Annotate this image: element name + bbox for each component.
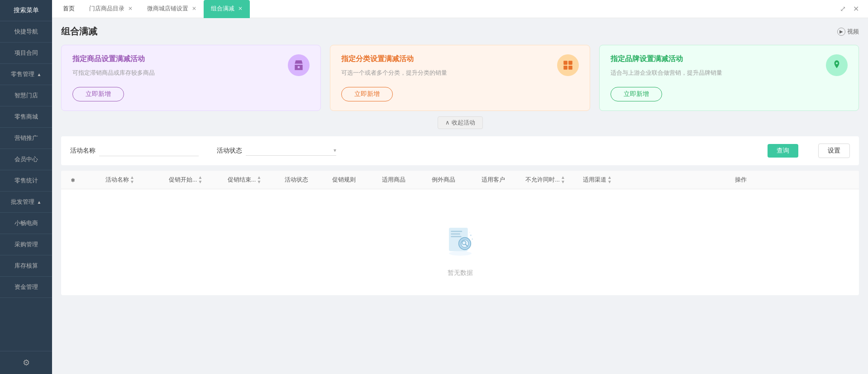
cards-section: 指定商品设置满减活动 可指定滞销商品或库存较多商品 立即新增 指定分类设置满减活… bbox=[61, 45, 859, 111]
th-except-goods: 例外商品 bbox=[419, 176, 468, 184]
card-goods-title: 指定商品设置满减活动 bbox=[72, 54, 310, 64]
filter-status-select[interactable]: ▾ bbox=[246, 145, 336, 156]
card-goods-add-button[interactable]: 立即新增 bbox=[72, 87, 124, 101]
th-activity-status: 活动状态 bbox=[274, 176, 319, 184]
tab-store-catalog[interactable]: 门店商品目录 ✕ bbox=[82, 0, 140, 18]
svg-rect-2 bbox=[563, 66, 568, 70]
query-button[interactable]: 查询 bbox=[768, 144, 798, 158]
setting-button[interactable]: 设置 bbox=[818, 144, 850, 158]
sort-start-icon: ▲▼ bbox=[198, 175, 202, 184]
card-specify-goods: 指定商品设置满减活动 可指定滞销商品或库存较多商品 立即新增 bbox=[61, 45, 321, 111]
th-action: 操作 bbox=[622, 176, 859, 184]
sidebar-item-quick-nav[interactable]: 快捷导航 bbox=[0, 21, 52, 43]
table-section: 活动名称 ▲▼ 促销开始... ▲▼ 促销结束... ▲▼ 活动状态 促销规则 bbox=[61, 171, 859, 295]
svg-point-14 bbox=[472, 239, 473, 240]
sidebar-settings[interactable]: ⚙ bbox=[0, 351, 52, 374]
th-promo-rule: 促销规则 bbox=[319, 176, 369, 184]
th-channel[interactable]: 适用渠道 ▲▼ bbox=[572, 175, 622, 184]
filter-name-input[interactable] bbox=[99, 145, 199, 156]
maximize-button[interactable]: ⤢ bbox=[838, 4, 848, 14]
card-goods-desc: 可指定滞销商品或库存较多商品 bbox=[72, 68, 310, 78]
card-brand-title: 指定品牌设置满减活动 bbox=[610, 54, 848, 64]
card-specify-brand: 指定品牌设置满减活动 适合与上游企业联合做营销，提升品牌销量 立即新增 bbox=[599, 45, 859, 111]
wholesale-mgmt-arrow: ▲ bbox=[37, 200, 42, 205]
sidebar-item-finance-mgmt[interactable]: 资金管理 bbox=[0, 277, 52, 298]
play-icon: ▶ bbox=[837, 28, 845, 36]
th-activity-name[interactable]: 活动名称 ▲▼ bbox=[84, 175, 156, 184]
sidebar-item-wholesale-mgmt[interactable]: 批发管理 ▲ bbox=[0, 192, 52, 213]
empty-state: 暂无数据 bbox=[61, 189, 859, 295]
main-area: 首页 门店商品目录 ✕ 微商城店铺设置 ✕ 组合满减 ✕ ⤢ ✕ 组合满减 ▶ … bbox=[52, 0, 868, 374]
th-not-allow[interactable]: 不允许同时... ▲▼ bbox=[518, 175, 572, 184]
sidebar-item-retail-mgmt[interactable]: 零售管理 ▲ bbox=[0, 64, 52, 85]
svg-rect-7 bbox=[451, 233, 460, 235]
retail-mgmt-arrow: ▲ bbox=[37, 72, 42, 77]
sidebar-item-xiaochang-ecom[interactable]: 小畅电商 bbox=[0, 213, 52, 234]
sidebar: 搜索菜单 快捷导航 项目合同 零售管理 ▲ 智慧门店 零售商城 营销推广 会员中… bbox=[0, 0, 52, 374]
svg-point-4 bbox=[449, 251, 472, 255]
sidebar-item-retail-stats[interactable]: 零售统计 bbox=[0, 170, 52, 192]
card-category-icon bbox=[557, 54, 579, 76]
page-title: 组合满减 bbox=[61, 25, 97, 38]
empty-illustration bbox=[438, 216, 483, 262]
sidebar-item-inventory-calc[interactable]: 库存核算 bbox=[0, 255, 52, 277]
card-brand-desc: 适合与上游企业联合做营销，提升品牌销量 bbox=[610, 68, 848, 78]
filter-name-label: 活动名称 bbox=[70, 147, 95, 155]
sidebar-item-retail-mall[interactable]: 零售商城 bbox=[0, 106, 52, 128]
th-promo-start[interactable]: 促销开始... ▲▼ bbox=[156, 175, 215, 184]
card-category-add-button[interactable]: 立即新增 bbox=[341, 87, 393, 101]
sidebar-item-project-contract[interactable]: 项目合同 bbox=[0, 43, 52, 64]
table-header: 活动名称 ▲▼ 促销开始... ▲▼ 促销结束... ▲▼ 活动状态 促销规则 bbox=[61, 171, 859, 189]
svg-point-15 bbox=[469, 232, 470, 233]
sidebar-item-purchase-mgmt[interactable]: 采购管理 bbox=[0, 234, 52, 255]
svg-rect-8 bbox=[451, 236, 461, 237]
card-category-desc: 可选一个或者多个分类，提升分类的销量 bbox=[341, 68, 578, 78]
card-brand-add-button[interactable]: 立即新增 bbox=[610, 87, 662, 101]
svg-rect-3 bbox=[568, 66, 572, 70]
th-promo-end[interactable]: 促销结束... ▲▼ bbox=[215, 175, 274, 184]
sort-notallow-icon: ▲▼ bbox=[561, 175, 565, 184]
page-header: 组合满减 ▶ 视频 bbox=[61, 25, 859, 38]
window-controls: ⤢ ✕ bbox=[838, 4, 864, 14]
chevron-down-icon: ▾ bbox=[334, 147, 336, 153]
card-goods-icon bbox=[288, 54, 310, 76]
sort-name-icon: ▲▼ bbox=[130, 175, 134, 184]
collapse-button[interactable]: ∧ 收起活动 bbox=[438, 116, 483, 129]
close-button[interactable]: ✕ bbox=[851, 4, 861, 14]
content-area: 组合满减 ▶ 视频 指定商品设置满减活动 可指定滞销商品或库存较多商品 立即新增… bbox=[52, 18, 868, 374]
tab-bar: 首页 门店商品目录 ✕ 微商城店铺设置 ✕ 组合满减 ✕ ⤢ ✕ bbox=[52, 0, 868, 18]
gear-icon: ⚙ bbox=[23, 358, 30, 367]
card-category-title: 指定分类设置满减活动 bbox=[341, 54, 578, 64]
tab-combo-discount-close[interactable]: ✕ bbox=[238, 5, 243, 12]
svg-rect-0 bbox=[563, 61, 568, 65]
tab-combo-discount[interactable]: 组合满减 ✕ bbox=[204, 0, 250, 18]
collapse-icon: ∧ bbox=[445, 119, 450, 126]
collapse-bar: ∧ 收起活动 bbox=[61, 116, 859, 129]
tab-wechat-store-settings-close[interactable]: ✕ bbox=[192, 5, 196, 12]
svg-point-13 bbox=[470, 235, 471, 236]
th-applicable-customer: 适用客户 bbox=[468, 176, 518, 184]
tab-store-catalog-close[interactable]: ✕ bbox=[128, 5, 133, 12]
sidebar-search[interactable]: 搜索菜单 bbox=[0, 0, 52, 21]
svg-rect-6 bbox=[451, 230, 462, 232]
filter-status-label: 活动状态 bbox=[217, 147, 242, 155]
svg-rect-1 bbox=[568, 61, 572, 65]
video-link[interactable]: ▶ 视频 bbox=[837, 28, 859, 36]
sort-channel-icon: ▲▼ bbox=[607, 175, 612, 184]
card-specify-category: 指定分类设置满减活动 可选一个或者多个分类，提升分类的销量 立即新增 bbox=[330, 45, 590, 111]
filter-activity-name: 活动名称 bbox=[70, 145, 199, 156]
th-applicable-goods: 适用商品 bbox=[369, 176, 419, 184]
filter-section: 活动名称 活动状态 ▾ 查询 设置 bbox=[61, 136, 859, 165]
th-gear[interactable] bbox=[61, 177, 84, 183]
tab-wechat-store-settings[interactable]: 微商城店铺设置 ✕ bbox=[140, 0, 204, 18]
sort-end-icon: ▲▼ bbox=[257, 175, 261, 184]
sidebar-item-member-center[interactable]: 会员中心 bbox=[0, 149, 52, 170]
sidebar-item-marketing[interactable]: 营销推广 bbox=[0, 128, 52, 149]
filter-activity-status: 活动状态 ▾ bbox=[217, 145, 336, 156]
card-brand-icon bbox=[826, 54, 848, 76]
tab-home[interactable]: 首页 bbox=[56, 0, 82, 18]
sidebar-item-smart-store[interactable]: 智慧门店 bbox=[0, 85, 52, 106]
empty-text: 暂无数据 bbox=[448, 269, 473, 277]
